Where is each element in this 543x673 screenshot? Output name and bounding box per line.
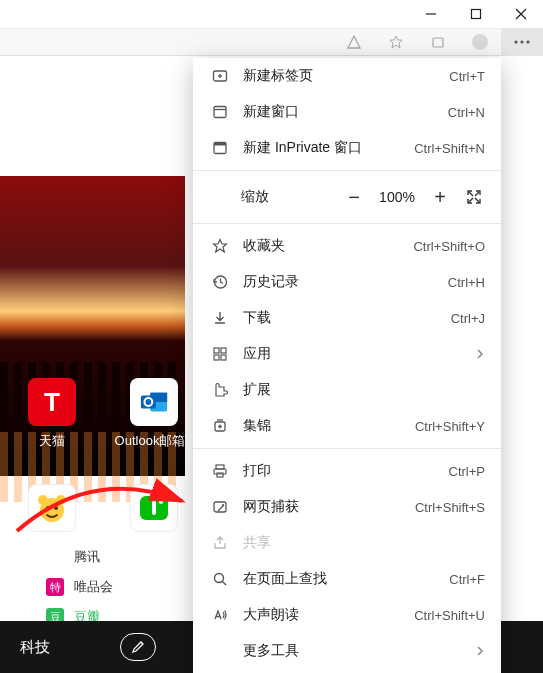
menu-read-aloud[interactable]: 大声朗读 Ctrl+Shift+U [193, 597, 501, 633]
svg-rect-30 [221, 348, 226, 353]
more-options-button[interactable] [501, 28, 543, 56]
read-aloud-icon [209, 607, 231, 623]
menu-label: 新建 InPrivate 窗口 [243, 139, 414, 157]
hero-image [0, 176, 185, 476]
history-icon [209, 274, 231, 290]
menu-new-window[interactable]: 新建窗口 Ctrl+N [193, 94, 501, 130]
vipshop-icon: 特 [46, 578, 64, 596]
window-titlebar [0, 0, 543, 28]
svg-rect-24 [214, 107, 226, 118]
tencent-video-icon: ▶ [46, 548, 64, 566]
menu-separator [193, 448, 501, 449]
new-window-icon [209, 104, 231, 120]
link-label: 唯品会 [74, 578, 113, 596]
menu-shortcut: Ctrl+H [448, 275, 485, 290]
speed-dial-tile-suning[interactable] [28, 484, 76, 532]
profile-avatar-icon[interactable] [459, 28, 501, 56]
star-icon [209, 238, 231, 254]
menu-shortcut: Ctrl+N [448, 105, 485, 120]
fullscreen-button[interactable] [457, 180, 491, 214]
menu-new-inprivate[interactable]: 新建 InPrivate 窗口 Ctrl+Shift+N [193, 130, 501, 166]
menu-shortcut: Ctrl+Shift+S [415, 500, 485, 515]
menu-apps[interactable]: 应用 [193, 336, 501, 372]
zoom-out-button[interactable]: − [337, 180, 371, 214]
menu-shortcut: Ctrl+J [451, 311, 485, 326]
edit-pill[interactable] [120, 633, 156, 661]
svg-point-5 [472, 34, 488, 50]
menu-new-tab[interactable]: 新建标签页 Ctrl+T [193, 58, 501, 94]
menu-more-tools[interactable]: 更多工具 [193, 633, 501, 669]
share-icon [209, 535, 231, 551]
extensions-icon [209, 382, 231, 398]
menu-label: 历史记录 [243, 273, 448, 291]
find-icon [209, 571, 231, 587]
svg-rect-27 [214, 143, 226, 146]
menu-share: 共享 [193, 525, 501, 561]
category-label[interactable]: 科技 [20, 638, 50, 657]
window-maximize-button[interactable] [453, 0, 498, 28]
speed-dial-label-outlook: Outlook邮箱 [110, 432, 190, 450]
speed-dial-tile-tmall[interactable]: T [28, 378, 76, 426]
speed-dial-tile-iqiyi[interactable] [130, 484, 178, 532]
menu-web-capture[interactable]: 网页捕获 Ctrl+Shift+S [193, 489, 501, 525]
inprivate-icon [209, 140, 231, 156]
browser-toolbar [0, 28, 543, 56]
menu-history[interactable]: 历史记录 Ctrl+H [193, 264, 501, 300]
tile-glyph: T [44, 387, 60, 418]
menu-favorites[interactable]: 收藏夹 Ctrl+Shift+O [193, 228, 501, 264]
app-menu-dropdown: 新建标签页 Ctrl+T 新建窗口 Ctrl+N 新建 InPrivate 窗口… [193, 58, 501, 673]
svg-rect-1 [471, 10, 480, 19]
svg-point-6 [514, 40, 517, 43]
menu-label: 共享 [243, 534, 485, 552]
zoom-in-button[interactable]: + [423, 180, 457, 214]
svg-point-20 [159, 500, 163, 504]
svg-point-16 [46, 506, 50, 510]
outlook-icon [139, 387, 169, 417]
svg-rect-19 [152, 501, 156, 515]
print-icon [209, 463, 231, 479]
menu-label: 收藏夹 [243, 237, 413, 255]
collections-icon [209, 418, 231, 434]
menu-label: 新建标签页 [243, 67, 449, 85]
menu-shortcut: Ctrl+Shift+Y [415, 419, 485, 434]
svg-point-15 [56, 495, 66, 505]
window-close-button[interactable] [498, 0, 543, 28]
quick-link-vip[interactable]: 特 唯品会 [42, 572, 182, 602]
menu-print[interactable]: 打印 Ctrl+P [193, 453, 501, 489]
collections-toolbar-icon[interactable] [417, 28, 459, 56]
menu-label: 新建窗口 [243, 103, 448, 121]
menu-find[interactable]: 在页面上查找 Ctrl+F [193, 561, 501, 597]
pencil-icon [131, 640, 145, 654]
zoom-label: 缩放 [241, 188, 337, 206]
quick-link-tencent[interactable]: ▶ 腾讯 [42, 542, 182, 572]
svg-rect-32 [221, 355, 226, 360]
menu-shortcut: Ctrl+F [449, 572, 485, 587]
menu-label: 大声朗读 [243, 606, 414, 624]
menu-label: 网页捕获 [243, 498, 415, 516]
menu-separator [193, 223, 501, 224]
chevron-right-icon [475, 646, 485, 656]
menu-label: 更多工具 [243, 642, 475, 660]
menu-collections[interactable]: 集锦 Ctrl+Shift+Y [193, 408, 501, 444]
download-icon [209, 310, 231, 326]
menu-shortcut: Ctrl+P [449, 464, 485, 479]
menu-downloads[interactable]: 下载 Ctrl+J [193, 300, 501, 336]
svg-point-42 [215, 574, 224, 583]
unknown-toolbar-icon-1[interactable] [333, 28, 375, 56]
svg-point-8 [526, 40, 529, 43]
speed-dial-label-tmall: 天猫 [12, 432, 92, 450]
speed-dial-tile-outlook[interactable] [130, 378, 178, 426]
menu-extensions[interactable]: 扩展 [193, 372, 501, 408]
favorites-toolbar-icon[interactable] [375, 28, 417, 56]
web-capture-icon [209, 499, 231, 515]
svg-point-41 [222, 504, 224, 506]
svg-rect-4 [433, 38, 443, 47]
menu-label: 应用 [243, 345, 475, 363]
menu-label: 下载 [243, 309, 451, 327]
new-tab-icon [209, 68, 231, 84]
window-minimize-button[interactable] [408, 0, 453, 28]
lion-icon [34, 490, 70, 526]
iqiyi-icon [137, 491, 171, 525]
svg-rect-29 [214, 348, 219, 353]
menu-shortcut: Ctrl+Shift+O [413, 239, 485, 254]
